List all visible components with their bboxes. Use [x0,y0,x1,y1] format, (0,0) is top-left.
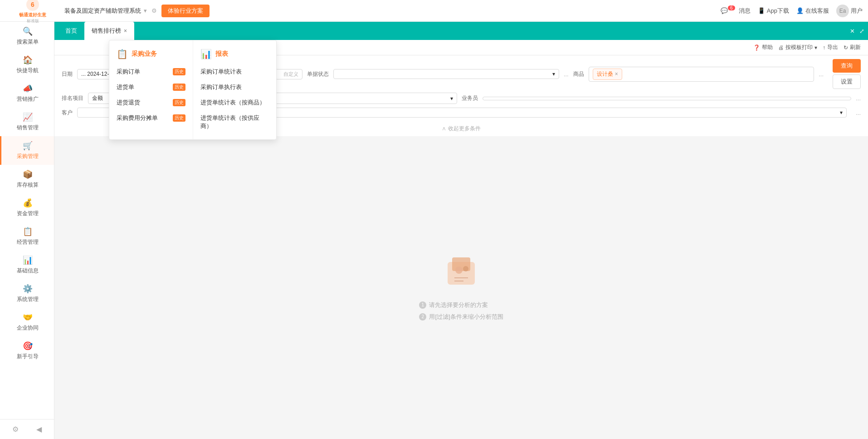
dropdown-item-return[interactable]: 进货退货 历史 [109,95,193,110]
sidebar-item-marketing[interactable]: 📣 营销推广 [0,79,54,108]
sidebar-label-purchase: 采购管理 [17,153,39,160]
print-btn[interactable]: 🖨 按模板打印 ▾ [778,44,817,51]
operation-icon: 📋 [23,227,33,237]
sidebar-item-finance[interactable]: 💰 资金管理 [0,193,54,222]
goods-dots: ... [819,71,824,78]
goods-tag-text: 设计桑 [597,70,613,78]
dropdown-item-order-exec[interactable]: 采购订单执行表 [193,79,277,95]
system-icon: ⚙️ [23,284,33,294]
dropdown-item-purchase-order[interactable]: 采购订单 历史 [109,64,193,79]
sidebar-item-sales[interactable]: 📈 销售管理 [0,108,54,136]
dropdown-item-incoming[interactable]: 进货单 历史 [109,79,193,95]
sidebar-item-purchase[interactable]: 🛒 采购管理 [0,136,54,165]
export-btn[interactable]: ↑ 导出 [823,44,838,51]
industry-btn[interactable]: 体验行业方案 [161,5,210,17]
app-download-btn[interactable]: 📱 App下载 [758,7,789,15]
export-label: 导出 [827,44,838,51]
tab-sales-rank[interactable]: 销售排行榜 × [84,22,134,40]
sidebar-settings-icon[interactable]: ⚙ [12,425,19,434]
date-custom[interactable]: 自定义 [283,71,298,78]
message-btn[interactable]: 💬 6 消息 [721,7,751,15]
goods-tag-remove[interactable]: × [615,71,618,77]
report-col: 📊 报表 采购订单统计表 采购订单执行表 进货单统计表（按商品） 进货单统计表（… [193,40,277,139]
sidebar-item-system[interactable]: ⚙️ 系统管理 [0,279,54,308]
dropdown-item-incoming-supplier[interactable]: 进货单统计表（按供应商） [193,110,277,134]
tab-maximize-icon[interactable]: ⤢ [859,28,864,35]
dropdown-item-expense[interactable]: 采购费用分摊单 历史 [109,110,193,126]
sidebar-label-inventory: 库存核算 [17,181,39,189]
export-icon: ↑ [823,44,825,51]
settings-button[interactable]: 设置 [833,74,861,89]
message-label: 消息 [739,7,751,15]
phone-icon: 📱 [758,7,765,14]
refresh-label: 刷新 [850,44,861,51]
purchase-icon: 🛒 [23,141,33,151]
status-label: 单据状态 [307,70,329,78]
empty-state: 1 请先选择要分析的方案 2 用[过滤]条件来缩小分析范围 [54,136,868,439]
tab-home[interactable]: 首页 [58,22,84,40]
purchase-order-label: 采购订单 [117,68,140,76]
sidebar-item-guide[interactable]: 🎯 新手引导 [0,336,54,365]
sidebar-label-guide: 新手引导 [17,353,39,360]
sidebar-item-operation[interactable]: 📋 经营管理 [0,222,54,251]
goods-tag: 设计桑 × [593,69,622,80]
basic-icon: 📊 [23,255,33,265]
goods-input[interactable]: 设计桑 × [589,67,814,82]
staff-input[interactable] [483,97,852,100]
tab-close-icon[interactable]: × [124,28,127,34]
user-label: 用户 [851,7,863,15]
empty-tip1: 请先选择要分析的方案 [429,299,488,311]
refresh-icon: ↻ [844,44,848,51]
sidebar-collapse-icon[interactable]: ◀ [36,425,42,434]
header-right: 💬 6 消息 📱 App下载 👤 在线客服 Ea 用户 [721,5,863,17]
sidebar-item-inventory[interactable]: 📦 库存核算 [0,165,54,193]
avatar: Ea [836,5,849,17]
date-label: 日期 [62,70,73,78]
enterprise-icon: 🤝 [23,312,33,322]
help-btn[interactable]: ❓ 帮助 [753,44,773,51]
tab-home-label: 首页 [65,27,77,35]
report-title: 报表 [215,50,228,58]
print-label: 按模板打印 [785,44,813,51]
sales-icon: 📈 [23,112,33,122]
online-service-btn[interactable]: 👤 在线客服 [796,7,829,15]
sidebar-item-search[interactable]: 🔍 搜索菜单 [0,22,54,50]
user-area[interactable]: Ea 用户 [836,5,863,17]
sidebar-label-sales: 销售管理 [17,124,39,132]
dropdown-arrow-icon[interactable]: ▾ [144,7,147,14]
rank-value: 金额 [92,94,103,102]
svg-point-4 [455,266,463,274]
sidebar-item-quick-nav[interactable]: 🏠 快捷导航 [0,50,54,79]
sidebar-label-system: 系统管理 [17,296,39,303]
sidebar: 🔍 搜索菜单 🏠 快捷导航 📣 营销推广 📈 销售管理 🛒 采购管理 📦 库存核… [0,22,54,439]
app-download-label: App下载 [767,7,789,15]
app-logo-icon: 6 [25,0,40,12]
print-dropdown-icon: ▾ [814,44,817,51]
action-buttons: 查询 设置 [833,59,861,89]
purchase-business-icon: 📋 [117,49,128,59]
tab-close-all-icon[interactable]: ✕ [850,28,855,35]
tab-sales-rank-label: 销售排行榜 [92,27,121,35]
customer-dropdown-icon: ▾ [840,109,843,116]
service-icon: 👤 [796,7,804,14]
sidebar-item-enterprise[interactable]: 🤝 企业协同 [0,308,54,336]
sidebar-label-operation: 经营管理 [17,238,39,246]
gear-settings-icon[interactable]: ⚙ [151,7,157,14]
dropdown-item-order-stat[interactable]: 采购订单统计表 [193,64,277,79]
expense-history-badge: 历史 [173,114,185,122]
guide-icon: 🎯 [23,341,33,351]
sidebar-label-search: 搜索菜单 [17,38,39,46]
dropdown-item-incoming-goods[interactable]: 进货单统计表（按商品） [193,95,277,110]
return-label: 进货退货 [117,99,140,107]
help-icon: ❓ [753,44,760,51]
refresh-btn[interactable]: ↻ 刷新 [844,44,861,51]
sidebar-item-basic[interactable]: 📊 基础信息 [0,251,54,279]
online-service-label: 在线客服 [805,7,829,15]
message-icon: 💬 [721,7,728,14]
status-select[interactable]: ▾ [333,69,559,79]
print-icon: 🖨 [778,44,784,51]
goods-label: 商品 [573,70,584,78]
query-button[interactable]: 查询 [833,59,861,73]
tab-bar: 首页 销售排行榜 × ✕ ⤢ [54,22,868,40]
purchase-dropdown-menu: 📋 采购业务 采购订单 历史 进货单 历史 进货退货 历史 [109,40,277,140]
